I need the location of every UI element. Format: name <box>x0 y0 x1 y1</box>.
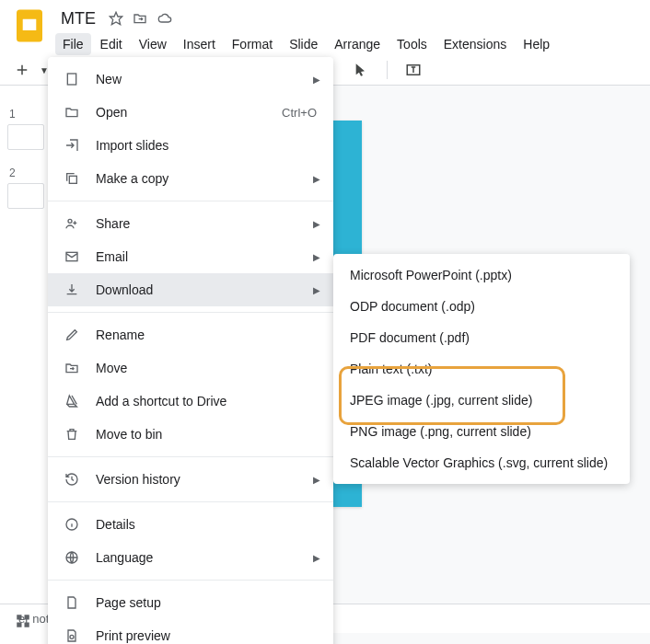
chevron-right-icon: ▶ <box>313 285 320 295</box>
globe-icon <box>63 548 81 567</box>
divider <box>48 456 333 457</box>
chevron-right-icon: ▶ <box>313 75 320 85</box>
download-submenu: Microsoft PowerPoint (.pptx) ODP documen… <box>333 254 630 484</box>
menu-tools[interactable]: Tools <box>389 33 435 55</box>
thumb-number: 2 <box>9 167 44 179</box>
cursor-icon[interactable] <box>352 61 370 79</box>
trash-icon <box>63 425 81 443</box>
menu-slide[interactable]: Slide <box>282 33 325 55</box>
menu-copy[interactable]: Make a copy ▶ <box>48 162 333 195</box>
file-menu: New ▶ Open Ctrl+O Import slides Make a c… <box>48 57 333 644</box>
doc-icon <box>63 70 81 88</box>
menu-share[interactable]: Share ▶ <box>48 207 333 240</box>
menu-move[interactable]: Move <box>48 351 333 385</box>
folder-icon <box>63 103 81 121</box>
menu-format[interactable]: Format <box>225 33 280 55</box>
page-icon <box>63 593 81 612</box>
svg-rect-8 <box>25 623 29 627</box>
new-slide-icon[interactable] <box>13 61 31 79</box>
star-icon[interactable] <box>109 11 123 26</box>
copy-icon <box>63 169 81 188</box>
menu-language[interactable]: Language ▶ <box>48 541 333 574</box>
thumb-number: 1 <box>9 108 44 121</box>
menu-edit[interactable]: Edit <box>93 33 130 55</box>
menu-version-history[interactable]: Version history ▶ <box>48 463 333 496</box>
divider <box>48 312 333 313</box>
menu-import[interactable]: Import slides <box>48 129 333 162</box>
divider <box>48 580 333 581</box>
menu-add-shortcut[interactable]: Add a shortcut to Drive <box>48 385 333 418</box>
download-png[interactable]: PNG image (.png, current slide) <box>333 416 630 447</box>
menu-extensions[interactable]: Extensions <box>436 33 514 55</box>
download-pptx[interactable]: Microsoft PowerPoint (.pptx) <box>333 259 630 291</box>
svg-rect-7 <box>17 623 21 627</box>
download-jpeg[interactable]: JPEG image (.jpg, current slide) <box>333 385 630 416</box>
drive-shortcut-icon <box>63 392 81 410</box>
svg-rect-9 <box>67 74 75 85</box>
svg-rect-1 <box>22 18 37 31</box>
thumbnail-1[interactable] <box>7 124 44 150</box>
svg-rect-10 <box>69 176 76 183</box>
preview-icon <box>63 627 81 644</box>
menu-rename[interactable]: Rename <box>48 318 333 351</box>
share-icon <box>63 214 81 233</box>
menu-email[interactable]: Email ▶ <box>48 240 333 273</box>
svg-point-11 <box>68 219 72 223</box>
menu-help[interactable]: Help <box>516 33 557 55</box>
svg-rect-6 <box>25 615 29 619</box>
menu-new[interactable]: New ▶ <box>48 63 333 96</box>
chevron-right-icon: ▶ <box>313 219 320 229</box>
title-area: MTE File Edit View Insert Format Slide A… <box>55 7 557 55</box>
download-pdf[interactable]: PDF document (.pdf) <box>333 322 630 353</box>
menu-details[interactable]: Details <box>48 508 333 541</box>
header: MTE File Edit View Insert Format Slide A… <box>0 0 650 55</box>
divider <box>48 201 333 201</box>
chevron-right-icon: ▶ <box>313 252 320 262</box>
apps-grid-icon[interactable] <box>15 613 31 629</box>
menu-page-setup[interactable]: Page setup <box>48 586 333 619</box>
thumbnail-panel: 1 2 <box>0 86 48 644</box>
menu-arrange[interactable]: Arrange <box>327 33 388 55</box>
menubar: File Edit View Insert Format Slide Arran… <box>55 33 557 55</box>
shortcut: Ctrl+O <box>282 106 317 120</box>
move-icon <box>63 359 81 377</box>
doc-title[interactable]: MTE <box>55 7 101 30</box>
toolbar-separator <box>387 61 388 79</box>
thumbnail-2[interactable] <box>7 183 44 209</box>
history-icon <box>63 470 81 489</box>
svg-rect-5 <box>17 615 21 619</box>
menu-file[interactable]: File <box>55 33 91 55</box>
download-odp[interactable]: ODP document (.odp) <box>333 291 630 322</box>
menu-download[interactable]: Download ▶ <box>48 273 333 306</box>
move-folder-icon[interactable] <box>133 11 147 26</box>
chevron-right-icon: ▶ <box>313 553 320 563</box>
download-txt[interactable]: Plain text (.txt) <box>333 353 630 385</box>
info-icon <box>63 515 81 534</box>
slides-logo[interactable] <box>11 7 48 44</box>
svg-point-15 <box>70 635 74 638</box>
divider <box>48 501 333 502</box>
menu-open[interactable]: Open Ctrl+O <box>48 96 333 129</box>
menu-move-bin[interactable]: Move to bin <box>48 418 333 451</box>
chevron-right-icon: ▶ <box>313 475 320 485</box>
textbox-icon[interactable] <box>404 61 423 79</box>
menu-view[interactable]: View <box>132 33 174 55</box>
menu-print-preview[interactable]: Print preview <box>48 619 333 644</box>
download-svg[interactable]: Scalable Vector Graphics (.svg, current … <box>333 447 630 478</box>
chevron-right-icon: ▶ <box>313 174 320 184</box>
import-icon <box>63 136 81 155</box>
menu-insert[interactable]: Insert <box>176 33 223 55</box>
pencil-icon <box>63 326 81 344</box>
cloud-icon[interactable] <box>157 11 173 26</box>
email-icon <box>63 247 81 266</box>
download-icon <box>63 281 81 299</box>
svg-marker-3 <box>110 12 122 24</box>
